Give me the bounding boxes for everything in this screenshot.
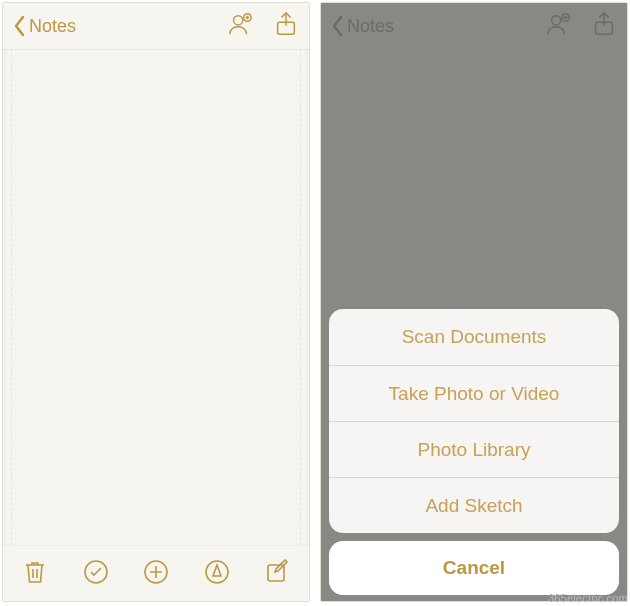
add-attachment-button[interactable] (142, 558, 170, 590)
add-people-icon (545, 11, 571, 37)
plus-circle-icon (142, 558, 170, 586)
nav-bar-dimmed: Notes (321, 3, 627, 49)
comparison-stage: Notes (0, 0, 630, 606)
sheet-item-label: Scan Documents (402, 326, 547, 348)
back-label: Notes (347, 16, 394, 37)
add-people-button-dimmed (545, 11, 571, 41)
share-icon (273, 11, 299, 37)
sheet-item-label: Add Sketch (425, 495, 522, 517)
compose-icon (263, 558, 291, 586)
action-sheet-options: Scan Documents Take Photo or Video Photo… (329, 309, 619, 533)
svg-point-7 (552, 16, 561, 25)
share-icon (591, 11, 617, 37)
sheet-item-label: Take Photo or Video (389, 383, 560, 405)
back-button[interactable]: Notes (13, 15, 76, 37)
phone-left: Notes (2, 2, 310, 602)
watermark: 365electric.com (548, 592, 628, 604)
chevron-left-icon (13, 15, 27, 37)
nav-actions (227, 11, 299, 41)
back-label: Notes (29, 16, 76, 37)
markup-button[interactable] (203, 558, 231, 590)
cancel-label: Cancel (443, 557, 505, 579)
note-body[interactable] (3, 49, 309, 545)
trash-button[interactable] (21, 558, 49, 590)
nav-actions-dimmed (545, 11, 617, 41)
bottom-toolbar (3, 545, 309, 601)
checklist-icon (82, 558, 110, 586)
trash-icon (21, 558, 49, 586)
sheet-item-photo-library[interactable]: Photo Library (329, 421, 619, 477)
compose-button[interactable] (263, 558, 291, 590)
svg-point-0 (234, 16, 243, 25)
add-people-button[interactable] (227, 11, 253, 41)
markup-icon (203, 558, 231, 586)
sheet-cancel-button[interactable]: Cancel (329, 541, 619, 595)
nav-bar: Notes (3, 3, 309, 49)
sheet-item-label: Photo Library (417, 439, 530, 461)
share-button[interactable] (273, 11, 299, 41)
phone-right: Notes Scan Documents Take (320, 2, 628, 602)
add-people-icon (227, 11, 253, 37)
sheet-item-scan-documents[interactable]: Scan Documents (329, 309, 619, 365)
action-sheet: Scan Documents Take Photo or Video Photo… (329, 309, 619, 595)
sheet-item-add-sketch[interactable]: Add Sketch (329, 477, 619, 533)
sheet-item-take-photo-video[interactable]: Take Photo or Video (329, 365, 619, 421)
share-button-dimmed (591, 11, 617, 41)
chevron-left-icon (331, 15, 345, 37)
back-button-dimmed: Notes (331, 15, 394, 37)
checklist-button[interactable] (82, 558, 110, 590)
